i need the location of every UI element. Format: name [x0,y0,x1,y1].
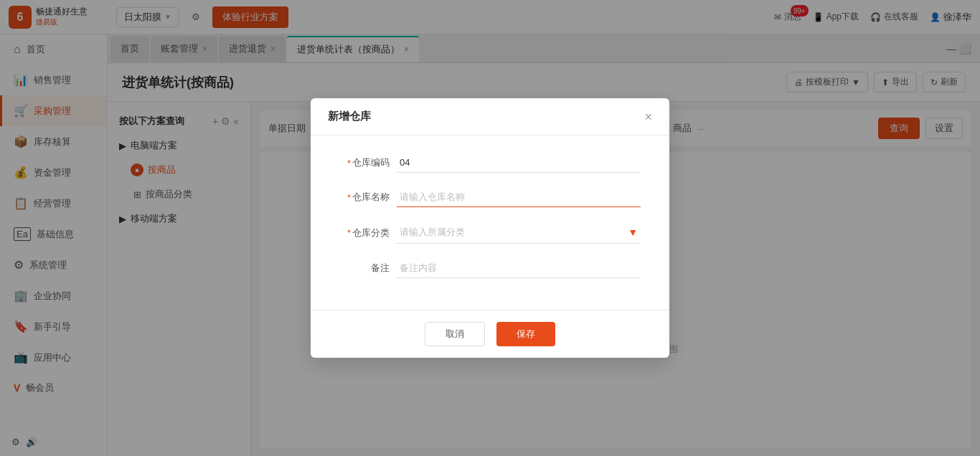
category-label: * 仓库分类 [339,227,397,239]
modal-body: * 仓库编码 * 仓库名称 * 仓库分类 请输入所属分类 [311,136,669,310]
category-required-mark: * [347,227,351,238]
form-row-category: * 仓库分类 请输入所属分类 ▼ [339,222,641,244]
name-required-mark: * [347,192,351,203]
form-row-code: * 仓库编码 [339,153,641,173]
form-row-name: * 仓库名称 [339,187,641,207]
remark-label: 备注 [339,262,397,275]
code-label: * 仓库编码 [339,156,397,169]
category-placeholder: 请输入所属分类 [400,226,628,239]
category-dropdown-icon: ▼ [628,227,638,238]
modal-close-button[interactable]: × [644,110,652,123]
modal-footer: 取消 保存 [311,310,669,358]
code-input[interactable] [397,153,641,173]
add-warehouse-modal: 新增仓库 × * 仓库编码 * 仓库名称 * [311,98,669,358]
modal-title: 新增仓库 [328,110,371,123]
name-label: * 仓库名称 [339,191,397,204]
form-row-remark: 备注 [339,258,641,278]
modal-header: 新增仓库 × [311,98,669,136]
modal-overlay: 新增仓库 × * 仓库编码 * 仓库名称 * [0,0,980,456]
cancel-button[interactable]: 取消 [425,322,485,346]
remark-input[interactable] [397,258,641,278]
save-button[interactable]: 保存 [496,322,555,346]
code-required-mark: * [347,158,351,168]
category-select[interactable]: 请输入所属分类 ▼ [397,222,641,244]
name-input[interactable] [397,187,641,207]
